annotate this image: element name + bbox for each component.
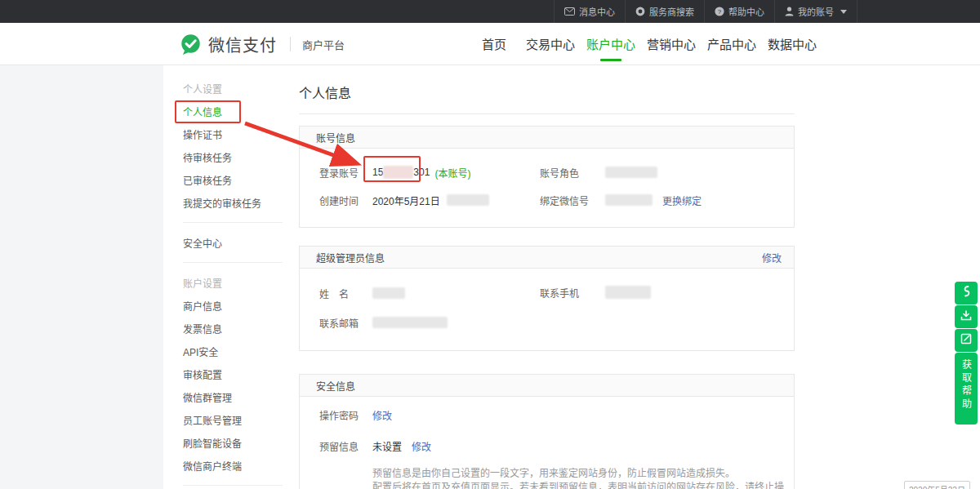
sidebar-item-review-config[interactable]: 审核配置 xyxy=(163,362,283,385)
login-account-value: 15 301 xyxy=(372,166,430,179)
created-time-value: 2020年5月21日 xyxy=(372,193,489,207)
chevron-down-icon xyxy=(840,10,847,14)
super-admin-modify-link[interactable]: 修改 xyxy=(762,251,782,265)
page-title: 个人信息 xyxy=(299,82,795,102)
topbar-item-label: 帮助中心 xyxy=(728,5,764,18)
topbar-help-center[interactable]: ? 帮助中心 xyxy=(704,0,774,23)
account-role-label: 账号角色 xyxy=(540,166,605,180)
sidebar-item-invoice-info[interactable]: 发票信息 xyxy=(163,317,283,340)
sidebar-item-reviewed-tasks[interactable]: 已审核任务 xyxy=(163,168,283,191)
main-nav: 首页 交易中心 账户中心 营销中心 产品中心 数据中心 xyxy=(482,23,828,65)
description-line: 预留信息是由你自己设置的一段文字，用来鉴定网站身份，防止假冒网站造成损失。 xyxy=(372,467,794,481)
wechat-pay-logo-icon xyxy=(180,33,202,56)
sidebar-item-personal-info[interactable]: 个人信息 xyxy=(163,100,283,122)
reserved-info-status: 未设置 xyxy=(372,439,402,453)
super-admin-card-header: 超级管理员信息 修改 xyxy=(300,247,794,269)
brand-separator xyxy=(290,37,291,51)
admin-name-label: 姓 名 xyxy=(319,287,372,300)
sidebar: 个人设置 个人信息 操作证书 待审核任务 已审核任务 我提交的审核任务 安全中心… xyxy=(163,65,283,489)
topbar-my-account[interactable]: 我的账号 xyxy=(774,0,858,23)
search-icon xyxy=(635,7,645,16)
rebind-wechat-link[interactable]: 更换绑定 xyxy=(662,193,702,207)
redacted-contact-email xyxy=(372,317,448,328)
quick-link-button[interactable] xyxy=(955,282,978,305)
nav-account-center[interactable]: 账户中心 xyxy=(586,35,635,54)
current-account-tag: (本账号) xyxy=(434,166,470,180)
feedback-edit-button[interactable] xyxy=(955,329,978,352)
account-info-card-header: 账号信息 xyxy=(300,127,794,149)
floating-help-stack: 获取帮助 xyxy=(955,282,978,425)
nav-transaction-center[interactable]: 交易中心 xyxy=(526,35,575,54)
help-icon: ? xyxy=(715,7,724,16)
topbar: 消息中心 服务商搜索 ? 帮助中心 我的账号 xyxy=(0,0,980,23)
sidebar-item-wechat-group-management[interactable]: 微信群管理 xyxy=(163,385,283,408)
mail-icon xyxy=(564,7,575,16)
sidebar-item-face-payment-device[interactable]: 刷脸智能设备 xyxy=(163,431,283,454)
nav-marketing-center[interactable]: 营销中心 xyxy=(647,35,696,54)
topbar-item-label: 我的账号 xyxy=(798,5,834,18)
account-info-card: 账号信息 登录账号 15 301 (本账号) 账号角色 xyxy=(299,126,795,228)
get-help-button[interactable]: 获取帮助 xyxy=(955,353,978,425)
main-panel: 个人信息 账号信息 登录账号 15 301 (本账号) xyxy=(299,65,795,489)
nav-home[interactable]: 首页 xyxy=(482,35,506,54)
operation-password-modify-link[interactable]: 修改 xyxy=(372,408,392,422)
redacted-bound-wechat xyxy=(605,194,653,206)
security-info-card-title: 安全信息 xyxy=(316,379,355,393)
topbar-message-center[interactable]: 消息中心 xyxy=(554,0,625,23)
topbar-service-provider-search[interactable]: 服务商搜索 xyxy=(625,0,704,23)
reserved-info-modify-link[interactable]: 修改 xyxy=(412,439,431,453)
sidebar-heading-personal-settings: 个人设置 xyxy=(163,77,283,100)
topbar-item-label: 服务商搜索 xyxy=(649,5,694,18)
redacted-login-middle xyxy=(383,166,413,179)
download-button[interactable] xyxy=(955,305,978,328)
nav-data-center[interactable]: 数据中心 xyxy=(768,35,817,54)
sidebar-item-operation-certificate[interactable]: 操作证书 xyxy=(163,122,283,145)
sidebar-divider xyxy=(183,262,283,263)
operation-password-label: 操作密码 xyxy=(319,408,372,422)
security-info-card-header: 安全信息 xyxy=(300,375,794,397)
date-badge: 2020年5月22日 xyxy=(904,481,970,489)
redacted-created-time xyxy=(447,194,489,206)
redacted-admin-name xyxy=(372,287,405,299)
security-info-card: 安全信息 操作密码 修改 预留信息 未设置 修改 预留 xyxy=(299,374,795,489)
redacted-contact-phone xyxy=(605,286,651,299)
brand-subtitle: 商户平台 xyxy=(302,37,345,52)
user-icon xyxy=(785,7,794,16)
reserved-info-description: 预留信息是由你自己设置的一段文字，用来鉴定网站身份，防止假冒网站造成损失。 配置… xyxy=(372,467,794,489)
header: 微信支付 商户平台 首页 交易中心 账户中心 营销中心 产品中心 数据中心 xyxy=(0,23,980,65)
redacted-account-role xyxy=(605,167,657,178)
sidebar-item-my-submitted-review-tasks[interactable]: 我提交的审核任务 xyxy=(163,191,283,214)
sidebar-divider xyxy=(183,222,283,223)
topbar-item-label: 消息中心 xyxy=(579,5,615,18)
login-account-label: 登录账号 xyxy=(319,166,372,180)
edit-icon xyxy=(960,333,972,348)
download-icon xyxy=(960,309,972,324)
link-icon xyxy=(960,285,972,301)
created-time-label: 创建时间 xyxy=(319,193,372,207)
contact-email-label: 联系邮箱 xyxy=(319,316,372,330)
nav-product-center[interactable]: 产品中心 xyxy=(707,35,756,54)
sidebar-item-security-center[interactable]: 安全中心 xyxy=(163,231,283,254)
title-divider xyxy=(299,113,795,114)
content-area: 个人设置 个人信息 操作证书 待审核任务 已审核任务 我提交的审核任务 安全中心… xyxy=(163,65,980,489)
sidebar-item-staff-account-management[interactable]: 员工账号管理 xyxy=(163,408,283,431)
bound-wechat-label: 绑定微信号 xyxy=(540,193,605,207)
account-info-card-title: 账号信息 xyxy=(316,131,355,144)
sidebar-item-api-security[interactable]: API安全 xyxy=(163,340,283,362)
sidebar-item-pending-review-tasks[interactable]: 待审核任务 xyxy=(163,145,283,168)
super-admin-card-title: 超级管理员信息 xyxy=(316,251,385,265)
super-admin-card: 超级管理员信息 修改 姓 名 联系手机 联系邮箱 xyxy=(299,246,795,351)
brand[interactable]: 微信支付 商户平台 xyxy=(180,23,345,65)
sidebar-item-wechat-merchant-terminal[interactable]: 微信商户终端 xyxy=(163,454,283,477)
contact-phone-label: 联系手机 xyxy=(540,286,605,300)
sidebar-item-merchant-info[interactable]: 商户信息 xyxy=(163,294,283,317)
brand-name: 微信支付 xyxy=(208,33,277,56)
sidebar-heading-account-settings: 账户设置 xyxy=(163,271,283,294)
sidebar-divider xyxy=(183,485,283,486)
description-line: 配置后将在首页及充值页面显示。若未看到预留信息，表明当前访问的网站存在风险，请终… xyxy=(372,481,794,489)
svg-text:?: ? xyxy=(718,8,722,16)
reserved-info-label: 预留信息 xyxy=(319,439,372,453)
